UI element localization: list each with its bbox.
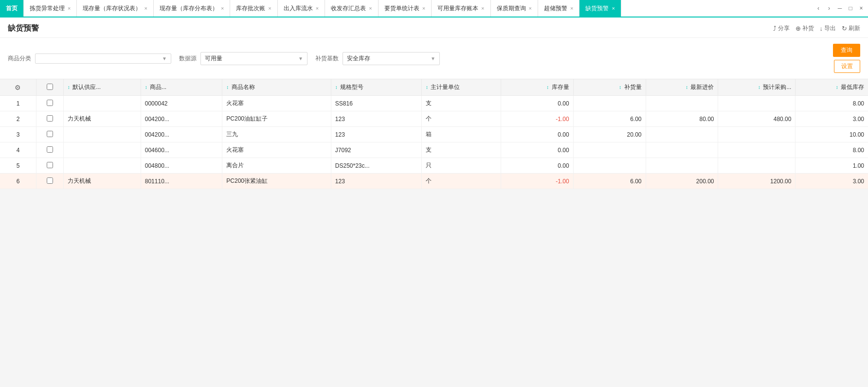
sort-unit-icon: ↕ bbox=[426, 85, 428, 90]
table-row: 4 004600... 火花塞 J7092 支 0.00 8.00 bbox=[0, 142, 868, 158]
tab-stock-dist-close[interactable]: × bbox=[221, 5, 224, 11]
replenish-icon: ⊕ bbox=[796, 25, 801, 32]
sort-code-icon: ↕ bbox=[145, 85, 147, 90]
tab-stock-status-close[interactable]: × bbox=[144, 5, 147, 11]
cell-spec: J7092 bbox=[331, 142, 421, 158]
cell-supplier bbox=[63, 127, 141, 142]
row-checkbox[interactable] bbox=[47, 100, 53, 106]
export-action[interactable]: ↓ 导出 bbox=[820, 24, 836, 33]
col-header-est-purchase[interactable]: ↕ 预计采购... bbox=[718, 79, 796, 96]
cell-checkbox[interactable] bbox=[36, 111, 63, 127]
col-header-unit[interactable]: ↕ 主计量单位 bbox=[421, 79, 501, 96]
cell-supplier: 力天机械 bbox=[63, 174, 141, 189]
cell-num: 1 bbox=[0, 96, 36, 111]
col-header-name[interactable]: ↕ 商品名称 bbox=[222, 79, 331, 96]
cell-unit: 支 bbox=[421, 142, 501, 158]
gear-icon[interactable]: ⚙ bbox=[15, 84, 21, 91]
window-close-btn[interactable]: × bbox=[856, 3, 866, 13]
cell-checkbox[interactable] bbox=[36, 142, 63, 158]
tab-exception[interactable]: 拣货异常处理 × bbox=[24, 0, 77, 17]
category-select[interactable]: ▼ bbox=[35, 53, 171, 64]
tab-expiry-query[interactable]: 保质期查询 × bbox=[491, 0, 538, 17]
cell-latest-price bbox=[646, 142, 718, 158]
col-min-stock-label: 最低库存 bbox=[841, 84, 864, 90]
col-header-latest-price[interactable]: ↕ 最新进价 bbox=[646, 79, 718, 96]
tab-available-ledger-close[interactable]: × bbox=[481, 5, 484, 11]
row-checkbox[interactable] bbox=[47, 162, 53, 168]
tab-stock-dist-label: 现存量（库存分布表） bbox=[160, 4, 218, 13]
replenish-action[interactable]: ⊕ 补货 bbox=[796, 24, 814, 33]
tab-shortage-warn-close[interactable]: × bbox=[612, 5, 615, 11]
tab-overstock-warn-close[interactable]: × bbox=[570, 5, 573, 11]
tab-inout-flow[interactable]: 出入库流水 × bbox=[278, 0, 325, 17]
col-unit-label: 主计量单位 bbox=[431, 84, 460, 90]
cell-code: 801110... bbox=[141, 174, 222, 189]
tab-home-label: 首页 bbox=[6, 4, 18, 13]
sort-spec-icon: ↕ bbox=[335, 85, 338, 90]
cell-stock: 0.00 bbox=[501, 127, 573, 142]
cell-stock: 0.00 bbox=[501, 158, 573, 174]
row-checkbox[interactable] bbox=[47, 146, 53, 153]
tab-home[interactable]: 首页 bbox=[0, 0, 24, 17]
tab-collect-summary-close[interactable]: × bbox=[369, 5, 372, 11]
replenish-base-select[interactable]: 安全库存 ▼ bbox=[343, 52, 440, 65]
cell-checkbox[interactable] bbox=[36, 158, 63, 174]
share-label: 分享 bbox=[778, 24, 790, 33]
refresh-label: 刷新 bbox=[849, 24, 860, 33]
tab-demand-stats-close[interactable]: × bbox=[422, 5, 425, 11]
col-header-min-stock[interactable]: ↕ 最低库存 bbox=[796, 79, 868, 96]
cell-checkbox[interactable] bbox=[36, 127, 63, 142]
tab-available-ledger[interactable]: 可用量库存账本 × bbox=[432, 0, 490, 17]
tab-scroll-left[interactable]: ‹ bbox=[814, 3, 823, 13]
tab-bar: 首页 拣货异常处理 × 现存量（库存状况表） × 现存量（库存分布表） × 库存… bbox=[0, 0, 868, 18]
row-checkbox[interactable] bbox=[47, 131, 53, 137]
tab-inout-flow-close[interactable]: × bbox=[316, 5, 319, 11]
tab-demand-stats[interactable]: 要货单统计表 × bbox=[379, 0, 432, 17]
cell-est-purchase: 1200.00 bbox=[718, 174, 796, 189]
cell-latest-price: 200.00 bbox=[646, 174, 718, 189]
cell-supplier: 力天机械 bbox=[63, 111, 141, 127]
tab-shortage-warn[interactable]: 缺货预警 × bbox=[579, 0, 621, 17]
cell-spec: 123 bbox=[331, 111, 421, 127]
cell-replenish bbox=[573, 158, 646, 174]
cell-unit: 箱 bbox=[421, 127, 501, 142]
window-minimize-btn[interactable]: ─ bbox=[835, 3, 845, 13]
col-header-stock[interactable]: ↕ 库存量 bbox=[501, 79, 573, 96]
cell-code: 0000042 bbox=[141, 96, 222, 111]
tab-overstock-warn[interactable]: 超储预警 × bbox=[538, 0, 579, 17]
col-header-checkbox[interactable] bbox=[36, 79, 63, 96]
tab-stock-status-label: 现存量（库存状况表） bbox=[83, 4, 141, 13]
cell-checkbox[interactable] bbox=[36, 96, 63, 111]
tab-stock-status[interactable]: 现存量（库存状况表） × bbox=[77, 0, 153, 17]
sort-name-icon: ↕ bbox=[226, 85, 229, 90]
tab-scroll-right[interactable]: › bbox=[824, 3, 834, 13]
cell-stock: -1.00 bbox=[501, 111, 573, 127]
datasource-select[interactable]: 可用量 ▼ bbox=[200, 52, 307, 65]
tab-expiry-query-close[interactable]: × bbox=[529, 5, 532, 11]
tab-collect-summary[interactable]: 收发存汇总表 × bbox=[325, 0, 378, 17]
tab-exception-close[interactable]: × bbox=[68, 5, 71, 11]
tab-exception-label: 拣货异常处理 bbox=[30, 4, 65, 13]
col-header-replenish[interactable]: ↕ 补货量 bbox=[573, 79, 646, 96]
cell-checkbox[interactable] bbox=[36, 174, 63, 189]
cell-min-stock: 3.00 bbox=[796, 111, 868, 127]
settings-button[interactable]: 设置 bbox=[834, 60, 860, 73]
select-all-checkbox[interactable] bbox=[47, 84, 53, 90]
col-header-code[interactable]: ↕ 商品... bbox=[141, 79, 222, 96]
col-header-spec[interactable]: ↕ 规格型号 bbox=[331, 79, 421, 96]
col-header-supplier[interactable]: ↕ 默认供应... bbox=[63, 79, 141, 96]
cell-unit: 支 bbox=[421, 96, 501, 111]
window-maximize-btn[interactable]: □ bbox=[846, 3, 855, 13]
refresh-action[interactable]: ↻ 刷新 bbox=[842, 24, 860, 33]
share-action[interactable]: ⤴ 分享 bbox=[773, 24, 790, 33]
tab-stock-dist[interactable]: 现存量（库存分布表） × bbox=[154, 0, 230, 17]
cell-replenish bbox=[573, 96, 646, 111]
cell-est-purchase bbox=[718, 127, 796, 142]
query-button[interactable]: 查询 bbox=[833, 44, 860, 57]
tab-batch-account-close[interactable]: × bbox=[268, 5, 271, 11]
row-checkbox[interactable] bbox=[47, 177, 53, 184]
tab-batch-account[interactable]: 库存批次账 × bbox=[230, 0, 277, 17]
row-checkbox[interactable] bbox=[47, 115, 53, 122]
tab-available-ledger-label: 可用量库存账本 bbox=[437, 4, 478, 13]
table-row: 1 0000042 火花塞 SS816 支 0.00 8.00 bbox=[0, 96, 868, 111]
